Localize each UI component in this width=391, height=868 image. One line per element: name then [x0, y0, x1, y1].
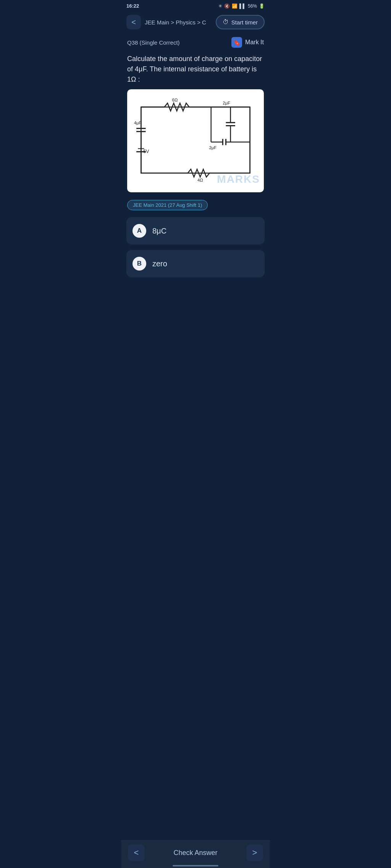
- battery-label: 56%: [248, 3, 257, 9]
- mute-icon: 🔇: [224, 3, 230, 9]
- svg-text:6Ω: 6Ω: [172, 98, 178, 102]
- circuit-diagram: 4μF 6Ω 2μF 2μF: [127, 89, 264, 192]
- chevron-left-icon: <: [131, 18, 136, 27]
- option-a-circle: A: [132, 224, 146, 238]
- nav-bar: < JEE Main > Physics > C ⏱ Start timer: [121, 11, 270, 33]
- status-bar: 16:22 ✳ 🔇 📶 ▌▌ 56% 🔋: [121, 0, 270, 11]
- wifi-icon: 📶: [232, 3, 238, 9]
- option-b-text: zero: [152, 259, 167, 268]
- start-timer-label: Start timer: [231, 19, 258, 26]
- option-b-circle: B: [132, 257, 146, 271]
- question-meta: Q38 (Single Correct) 🔖 Mark It: [121, 33, 270, 51]
- start-timer-button[interactable]: ⏱ Start timer: [216, 15, 265, 29]
- mark-it-label: Mark It: [245, 39, 264, 46]
- signal-icon: ▌▌: [239, 3, 246, 9]
- mark-it-button[interactable]: 🔖 Mark It: [231, 37, 264, 48]
- timer-icon: ⏱: [223, 19, 229, 26]
- status-time: 16:22: [126, 3, 139, 9]
- option-b[interactable]: B zero: [126, 250, 265, 277]
- svg-text:4Ω: 4Ω: [197, 178, 203, 182]
- bluetooth-icon: ✳: [218, 3, 222, 9]
- question-label: Q38 (Single Correct): [127, 39, 180, 46]
- circuit-svg: 4μF 6Ω 2μF 2μF: [133, 95, 258, 185]
- question-text: Calculate the amount of charge on capaci…: [121, 51, 270, 89]
- battery-icon: 🔋: [259, 3, 265, 9]
- back-button[interactable]: <: [126, 15, 141, 29]
- svg-text:5V: 5V: [143, 149, 149, 154]
- option-a[interactable]: A 8μC: [126, 217, 265, 245]
- bookmark-icon: 🔖: [231, 37, 242, 48]
- breadcrumb: JEE Main > Physics > C: [145, 19, 212, 26]
- svg-text:2μF: 2μF: [223, 101, 230, 105]
- options-container: A 8μC B zero: [121, 217, 270, 277]
- status-icons: ✳ 🔇 📶 ▌▌ 56% 🔋: [218, 3, 265, 9]
- question-tag: JEE Main 2021 (27 Aug Shift 1): [127, 200, 208, 210]
- svg-rect-0: [141, 107, 250, 173]
- svg-text:2μF: 2μF: [209, 145, 217, 150]
- svg-text:4μF: 4μF: [134, 121, 142, 125]
- option-a-text: 8μC: [152, 227, 166, 235]
